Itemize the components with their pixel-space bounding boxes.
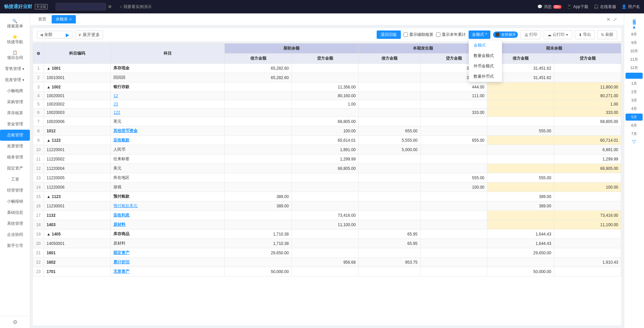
- row-name[interactable]: 122: [111, 109, 225, 117]
- sidebar-item-system[interactable]: 系统管理: [0, 218, 30, 229]
- dropdown-item-amount[interactable]: 金额式: [469, 40, 502, 51]
- message-icon: 💬: [537, 4, 542, 9]
- period-11[interactable]: 11月: [626, 56, 643, 63]
- row-name[interactable]: 应收账款: [111, 136, 225, 145]
- download-btn[interactable]: 📱 App下载: [567, 4, 588, 10]
- row-value: 389.00: [487, 201, 554, 211]
- row-name[interactable]: 其他货币资金: [111, 126, 225, 136]
- sidebar-item-assets[interactable]: 固定资产: [0, 163, 30, 174]
- sidebar-item-invoice[interactable]: 发票管理: [0, 141, 30, 152]
- row-name[interactable]: 无形资产: [111, 267, 225, 276]
- sidebar-item-collab[interactable]: 企业协同: [0, 229, 30, 240]
- row-name[interactable]: 预付账款美元: [111, 201, 225, 211]
- gear-icon[interactable]: ⚙: [108, 4, 112, 9]
- row-value: 555.00: [487, 173, 554, 183]
- expand-all-toggle[interactable]: ⬛ 全部展开: [493, 31, 518, 38]
- period-10[interactable]: 10月: [626, 48, 643, 55]
- sidebar-item-capital[interactable]: 资金管理: [0, 119, 30, 130]
- row-name[interactable]: 应收利息: [111, 211, 225, 220]
- service-btn[interactable]: 🎧 在线客服: [594, 4, 616, 10]
- row-code: 10020003: [44, 109, 111, 117]
- page-content: ◀ 全部 ▶ ∨ 展开更多 退回旧版 显示辅助核算 显示本年累: [30, 25, 624, 328]
- row-name[interactable]: 12: [111, 92, 225, 100]
- period-12[interactable]: 12月: [626, 64, 643, 71]
- tab-close-icon[interactable]: ✕: [69, 17, 72, 21]
- row-value: [487, 117, 554, 126]
- tab-home[interactable]: 首页: [34, 15, 50, 23]
- show-auxiliary-checkbox[interactable]: [404, 32, 408, 37]
- period-4[interactable]: 4月: [626, 105, 643, 112]
- row-no: 3: [33, 82, 44, 92]
- sidebar-item-basics[interactable]: 基础信息: [0, 207, 30, 218]
- sidebar-item-retail[interactable]: 零售管理▼: [0, 63, 30, 74]
- view-mode-btn[interactable]: 金额式 ^: [469, 30, 490, 39]
- row-value: [554, 192, 621, 201]
- sidebar-item-management[interactable]: 经营管理: [0, 185, 30, 196]
- period-2023[interactable]: 2023: [626, 73, 643, 79]
- table-row: 210010001回回回65,282.6033,830.9831,451.62: [33, 73, 621, 82]
- window-expand-icon[interactable]: ⤢: [613, 17, 617, 22]
- row-value: 80,160.00: [291, 92, 358, 100]
- nav-icon: ⭐: [12, 35, 17, 39]
- cloud-print-btn[interactable]: ☁ 云打印 ▼: [544, 30, 572, 39]
- sidebar-item-payroll[interactable]: 工资: [0, 174, 30, 185]
- return-old-btn[interactable]: 退回旧版: [377, 30, 401, 39]
- header-search-input[interactable]: [56, 3, 106, 10]
- row-name[interactable]: 原材料: [111, 220, 225, 229]
- sidebar-item-project[interactable]: 📋项目合同: [0, 48, 30, 63]
- dropdown-item-quantity-amount[interactable]: 数量金额式: [469, 51, 502, 61]
- sidebar-item-search[interactable]: 🔍搜索菜单: [0, 16, 30, 32]
- period-down-arrow[interactable]: ▽: [632, 139, 636, 144]
- expand-more-btn[interactable]: ∨ 展开更多: [75, 30, 103, 39]
- row-name: 回回回: [111, 73, 225, 82]
- sidebar-item-ledger[interactable]: 总账管理: [0, 130, 30, 141]
- row-value: 555.00: [487, 126, 554, 136]
- row-value: [420, 201, 487, 211]
- row-name[interactable]: 23: [111, 100, 225, 109]
- refresh-btn[interactable]: ↻ 刷新: [597, 30, 617, 39]
- sidebar-item-inventory[interactable]: 库存核算: [0, 108, 30, 119]
- row-name[interactable]: 固定资产: [111, 248, 225, 258]
- table-row: 9▲ 1122应收账款65,614.015,555.00655.0060,714…: [33, 136, 621, 145]
- window-close-icon[interactable]: ✕: [606, 17, 610, 22]
- dropdown-item-foreign-amount[interactable]: 外币金额式: [469, 61, 502, 71]
- forward-icon[interactable]: ▶: [66, 32, 69, 38]
- period-7[interactable]: 7月: [626, 130, 643, 137]
- row-code: ▲ 1122: [44, 136, 111, 145]
- sidebar-item-nav[interactable]: ⭐快捷导航: [0, 32, 30, 48]
- show-annual-checkbox[interactable]: [436, 32, 440, 37]
- back-icon[interactable]: ◀: [40, 32, 43, 37]
- row-value: [291, 64, 358, 73]
- period-1[interactable]: 1月: [626, 80, 643, 87]
- period-up-arrow[interactable]: ▲: [632, 24, 637, 29]
- row-no: 2: [33, 73, 44, 82]
- sidebar-item-tax[interactable]: 税务管理: [0, 152, 30, 163]
- expand-all-label: 全部展开: [501, 32, 516, 37]
- print-btn[interactable]: 🖨 打印: [521, 30, 541, 39]
- row-value: [420, 267, 487, 276]
- sidebar-item-guide[interactable]: 新手引导: [0, 240, 30, 251]
- settings-icon[interactable]: ⚙: [13, 319, 17, 325]
- row-no: 9: [33, 136, 44, 145]
- sidebar-item-wholesale[interactable]: 批发管理▼: [0, 74, 30, 85]
- table-settings-icon[interactable]: ⚙: [37, 51, 40, 56]
- export-btn[interactable]: ⬇ 导出: [575, 30, 595, 39]
- message-btn[interactable]: 💬 消息 99+: [537, 4, 561, 10]
- user-btn[interactable]: 👤 用户名: [622, 4, 640, 10]
- period-2[interactable]: 2月: [626, 88, 643, 95]
- period-5[interactable]: 5月: [626, 114, 643, 121]
- period-8[interactable]: 8月: [626, 31, 643, 38]
- sidebar-item-purchase[interactable]: 采购管理: [0, 96, 30, 108]
- row-name[interactable]: 累计折旧: [111, 258, 225, 267]
- tab-balance[interactable]: 余额表 ✕: [52, 15, 76, 23]
- current-debit-header: 借方金额: [359, 54, 420, 64]
- dropdown-item-quantity-foreign[interactable]: 数量外币式: [469, 71, 502, 82]
- period-9[interactable]: 9月: [626, 39, 643, 46]
- sidebar: 🔍搜索菜单 ⭐快捷导航 📋项目合同 零售管理▼ 批发管理▼ 小畅电商 采购管理 …: [0, 13, 30, 328]
- period-3[interactable]: 3月: [626, 97, 643, 104]
- period-6[interactable]: 6月: [626, 122, 643, 129]
- demo-link[interactable]: 我要看实例演示: [123, 4, 152, 10]
- sidebar-item-expense[interactable]: 小畅报销: [0, 196, 30, 207]
- account-code-header: 科目编码: [44, 44, 111, 64]
- sidebar-item-ecommerce[interactable]: 小畅电商: [0, 85, 30, 96]
